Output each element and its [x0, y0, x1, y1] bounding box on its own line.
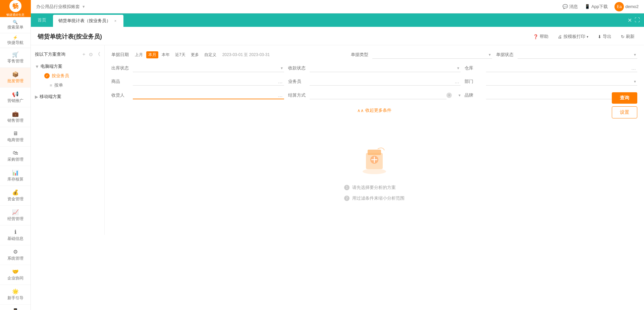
sidebar-item-ecommerce[interactable]: 🖥 电商管理 [0, 127, 31, 147]
user-avatar-area[interactable]: Ea demo2 [614, 2, 639, 11]
sub-item-label: 按单 [54, 82, 63, 88]
warehouse-input[interactable] [486, 64, 637, 72]
doc-status-control: ▾ [518, 51, 637, 59]
maximize-btn[interactable]: ⛶ [635, 17, 640, 23]
dropdown-arrow-icon[interactable]: ▾ [83, 4, 85, 9]
date-last-month-btn[interactable]: 上月 [133, 51, 145, 58]
sidebar-item-finance[interactable]: 💰 资金管理 [0, 186, 31, 206]
close-all-tabs-btn[interactable]: ✕ [628, 17, 632, 23]
filter-group-mobile-header[interactable]: ▶ 移动端方案 [35, 92, 100, 101]
query-btn[interactable]: 查询 [612, 92, 637, 104]
date-more-btn[interactable]: 更多 [189, 51, 201, 58]
export-label: 导出 [603, 34, 611, 40]
receiver-input[interactable] [133, 91, 284, 99]
collapse-up-icon: ∧∧ [357, 108, 364, 113]
date-this-month-btn[interactable]: 本月 [146, 51, 158, 58]
filter-item-by-order[interactable]: ≡ 按单 [35, 81, 100, 90]
filter-row-1: 单据日期 上月 本月 本年 近7天 更多 自定义 2023-03-01 至 20… [111, 51, 637, 59]
settle-label: 结算方式 [288, 92, 307, 98]
logo-icon: 畅 [9, 0, 21, 12]
sidebar-item-retail[interactable]: 🛒 零售管理 [0, 48, 31, 68]
refresh-btn[interactable]: ↻ 刷新 [618, 32, 637, 41]
brand-field: 品牌 … [465, 91, 637, 99]
sidebar-item-operation[interactable]: 📈 经营管理 [0, 206, 31, 225]
query-settings-area: 查询 设置 [612, 92, 637, 118]
basic-icon: ℹ [1, 229, 29, 235]
warehouse-dots-icon[interactable]: … [631, 65, 636, 71]
print-arrow-icon: ▾ [587, 35, 588, 39]
filter-sidebar-title: 按以下方案查询 [35, 51, 65, 57]
tab-close-btn[interactable]: × [113, 18, 118, 23]
tab-sales-report[interactable]: 销货单统计表（按业务员） × [53, 15, 123, 27]
filter-group-desktop-header[interactable]: ▼ 电脑端方案 [35, 62, 100, 71]
receipt-status-input[interactable] [310, 64, 461, 72]
export-btn[interactable]: ⬇ 导出 [595, 32, 614, 41]
department-field: 部门 ▾ [465, 78, 637, 86]
app-download-btn[interactable]: 📱 App下载 [585, 4, 608, 10]
add-scheme-btn[interactable]: ＋ [82, 51, 86, 57]
out-status-field: 出库状态 ▾ [111, 64, 284, 72]
shortcut-nav[interactable]: ⚡ 快捷导航 [0, 33, 31, 48]
collapse-conditions-btn[interactable]: ∧∧ 收起更多条件 [357, 107, 391, 113]
sidebar-item-appcenter[interactable]: 📱 应用中心 [0, 305, 31, 310]
help-btn[interactable]: ❓ 帮助 [530, 32, 551, 41]
help-label: 帮助 [540, 34, 548, 40]
sidebar-item-basic[interactable]: ℹ 基础信息 [0, 225, 31, 245]
collapse-sidebar-btn[interactable]: 《 [96, 51, 100, 57]
salesperson-input[interactable] [310, 78, 461, 86]
out-status-input[interactable] [133, 64, 284, 72]
salesperson-control: … [310, 78, 461, 86]
sidebar-item-wholesale[interactable]: 📦 批发管理 [0, 68, 31, 88]
system-icon: ⚙ [1, 249, 29, 255]
sidebar-item-marketing[interactable]: 📢 营销推广 [0, 88, 31, 107]
settle-input[interactable] [310, 91, 447, 99]
date-last7-btn[interactable]: 近7天 [173, 51, 187, 58]
search-menu[interactable]: 🔍 搜索菜单 [0, 17, 31, 33]
sidebar-item-label-retail: 零售管理 [1, 58, 29, 64]
goods-input[interactable] [133, 78, 284, 86]
filter-layout: 按以下方案查询 ＋ ⊙ 《 ▼ 电脑端方案 ✓ [31, 45, 644, 235]
sidebar-item-sales[interactable]: 💼 销售管理 [0, 107, 31, 127]
filter-sidebar-header: 按以下方案查询 ＋ ⊙ 《 [31, 49, 104, 61]
salesperson-dots-icon[interactable]: … [454, 79, 459, 84]
filter-item-by-salesperson[interactable]: ✓ 按业务员 [35, 71, 100, 81]
sidebar-item-inventory[interactable]: 📊 库存核算 [0, 166, 31, 186]
date-this-year-btn[interactable]: 本年 [160, 51, 172, 58]
message-btn[interactable]: 💬 消息 [562, 4, 578, 10]
department-input[interactable] [486, 78, 637, 86]
purchase-icon: 🛍 [1, 150, 29, 156]
receiver-dots-icon[interactable]: … [278, 93, 283, 98]
logo[interactable]: 畅 畅捷通好生意 [0, 0, 31, 17]
settings-btn[interactable]: 设置 [612, 106, 637, 118]
empty-tip-1: 1 请先选择要分析的方案 [344, 183, 405, 192]
settle-clear-btn[interactable]: × [446, 93, 452, 98]
message-label: 消息 [569, 4, 578, 10]
date-custom-btn[interactable]: 自定义 [202, 51, 218, 58]
sidebar-item-label-marketing: 营销推广 [1, 98, 29, 104]
doc-status-input[interactable] [518, 51, 637, 59]
refresh-icon: ↻ [621, 34, 625, 39]
settle-control: × ▾ [310, 91, 461, 99]
sidebar-item-guide[interactable]: 🌟 新手引导 [0, 285, 31, 305]
sidebar-item-system[interactable]: ⚙ 系统管理 [0, 245, 31, 265]
empty-tips: 1 请先选择要分析的方案 2 用过滤条件来缩小分析范围 [344, 183, 405, 203]
print-btn[interactable]: 🖨 按模板打印 ▾ [555, 32, 591, 41]
sidebar-item-label-enterprise: 企业协同 [1, 275, 29, 281]
svg-rect-2 [368, 150, 381, 155]
sidebar-item-enterprise[interactable]: 🤝 企业协同 [0, 265, 31, 285]
goods-dots-icon[interactable]: … [278, 79, 283, 84]
collapse-row: ∧∧ 收起更多条件 [111, 105, 637, 116]
app-download-label: App下载 [591, 4, 608, 10]
doc-type-input[interactable] [372, 51, 492, 59]
salesperson-label: 业务员 [288, 79, 307, 85]
search-menu-label: 搜索菜单 [2, 24, 29, 30]
tab-home[interactable]: 首页 [31, 13, 53, 27]
sidebar-item-purchase[interactable]: 🛍 采购管理 [0, 147, 31, 166]
wholesale-icon: 📦 [1, 71, 29, 78]
sidebar-item-label-wholesale: 批发管理 [1, 78, 29, 84]
refresh-label: 刷新 [626, 34, 635, 40]
settle-arrow-icon: ▾ [459, 93, 461, 98]
sidebar: 畅 畅捷通好生意 🔍 搜索菜单 ⚡ 快捷导航 🛒 零售管理 📦 批发管理 📢 营… [0, 0, 31, 310]
tabs-actions: ✕ ⛶ [628, 17, 644, 23]
refresh-scheme-btn[interactable]: ⊙ [89, 52, 93, 57]
